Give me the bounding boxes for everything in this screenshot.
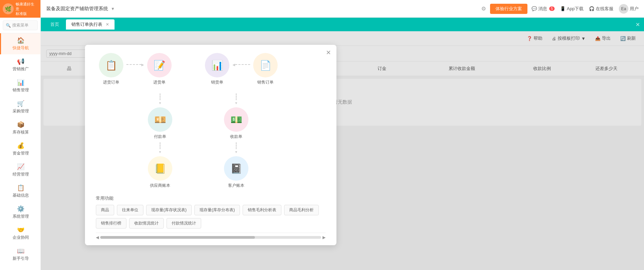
header-actions: 💬 消息 5 📱 App下载 🎧 在线客服 Ea 用户 bbox=[532, 4, 639, 14]
operations-icon: 📈 bbox=[17, 163, 24, 170]
popup-close-button[interactable]: ✕ bbox=[326, 49, 331, 56]
purchase-icon: 🛒 bbox=[17, 100, 24, 107]
arrow-down-3 bbox=[158, 149, 162, 154]
system-icon: ⚙️ bbox=[17, 205, 24, 213]
sidebar-item-collab[interactable]: 🤝 企业协同 bbox=[0, 223, 40, 244]
func-receipt-stats[interactable]: 收款情况统计 bbox=[129, 218, 164, 229]
tab-home[interactable]: 首页 bbox=[45, 19, 65, 30]
flow-node-customer-ledger[interactable]: 📓 客户账本 bbox=[221, 142, 251, 188]
flow-diagram: 📋 进货订单 📝 进货单 bbox=[96, 53, 326, 85]
func-product[interactable]: 商品 bbox=[96, 205, 114, 215]
scroll-right-arrow[interactable]: ▶ bbox=[323, 235, 326, 240]
avatar: Ea bbox=[619, 4, 628, 14]
search-icon: 🔍 bbox=[6, 23, 11, 28]
system-info: 装备及固定资产辅助管理系统 ▼ bbox=[46, 6, 477, 12]
flow-node-supplier-ledger[interactable]: 📒 供应商账本 bbox=[145, 142, 175, 188]
arrow-left-icon bbox=[232, 62, 235, 67]
arrow-down-4 bbox=[234, 149, 238, 154]
flow-node-payment-out[interactable]: 💴 付款单 bbox=[145, 93, 175, 140]
sidebar-item-home[interactable]: 🏠 快捷导航 bbox=[0, 33, 40, 54]
finance-icon: 💰 bbox=[17, 142, 24, 149]
common-funcs-section: 常用功能 商品 往来单位 现存量(库存状况表) 现存量(库存分布表) 销售毛利分… bbox=[96, 195, 326, 229]
arrow-down-2 bbox=[234, 100, 238, 105]
scrollbar-track[interactable] bbox=[100, 236, 321, 239]
payment-out-icon[interactable]: 💴 bbox=[148, 107, 172, 132]
settings-icon[interactable]: ⚙ bbox=[481, 5, 486, 12]
func-stock-status[interactable]: 现存量(库存状况表) bbox=[146, 205, 192, 215]
func-payment-stats[interactable]: 付款情况统计 bbox=[167, 218, 201, 229]
purchase-order-icon[interactable]: 📋 bbox=[99, 53, 123, 77]
logo-icon: 🌿 bbox=[3, 3, 14, 14]
v-connector-2 bbox=[236, 93, 237, 100]
supplier-ledger-icon[interactable]: 📒 bbox=[148, 156, 172, 181]
popup-scrollbar: ◀ ▶ bbox=[96, 233, 326, 240]
content-area: ❓ 帮助 🖨 按模板打印 ▼ 📤 导出 🔄 刷新 📅 bbox=[41, 31, 644, 270]
sidebar-item-sales[interactable]: 📊 销售管理 bbox=[0, 75, 40, 96]
func-sales-margin[interactable]: 销售毛利分析表 bbox=[243, 205, 281, 215]
payment-in-icon[interactable]: 💵 bbox=[224, 107, 248, 132]
popup-panel: ✕ 📋 进货订单 📝 bbox=[85, 45, 336, 245]
func-buttons-row2: 销售排行榜 收款情况统计 付款情况统计 bbox=[96, 218, 326, 229]
v-connector-3 bbox=[160, 142, 160, 149]
search-menu-button[interactable]: 🔍 搜索菜单 bbox=[3, 20, 38, 30]
sidebar-item-marketing[interactable]: 📢 营销推广 bbox=[0, 54, 40, 75]
header: 装备及固定资产辅助管理系统 ▼ ⚙ 体验行业方案 💬 消息 5 📱 App下载 … bbox=[41, 0, 644, 18]
scrollbar-thumb bbox=[100, 236, 255, 239]
service-icon: 🎧 bbox=[589, 6, 594, 11]
guide-icon: 📖 bbox=[17, 247, 24, 255]
app-download-action[interactable]: 📱 App下载 bbox=[560, 6, 584, 12]
inventory-icon: 📦 bbox=[17, 121, 24, 128]
flow-node-purchase-order[interactable]: 📋 进货订单 bbox=[96, 53, 126, 85]
flow-node-sale-order[interactable]: 📄 销售订单 bbox=[250, 53, 281, 85]
arrow-so-to-sb bbox=[232, 62, 250, 67]
func-stock-dist[interactable]: 现存量(库存分布表) bbox=[194, 205, 240, 215]
sidebar-item-purchase[interactable]: 🛒 采购管理 bbox=[0, 96, 40, 118]
main-area: 装备及固定资产辅助管理系统 ▼ ⚙ 体验行业方案 💬 消息 5 📱 App下载 … bbox=[41, 0, 644, 270]
sidebar: 🌿 畅康通好生意 标准版 🔍 搜索菜单 🏠 快捷导航 📢 营销推广 📊 销售管理… bbox=[0, 0, 41, 270]
func-partner[interactable]: 往来单位 bbox=[117, 205, 143, 215]
message-action[interactable]: 💬 消息 5 bbox=[532, 6, 555, 12]
flow-node-purchase-bill[interactable]: 📝 进货单 bbox=[144, 53, 175, 85]
func-sales-rank[interactable]: 销售排行榜 bbox=[96, 218, 126, 229]
system-dropdown-icon[interactable]: ▼ bbox=[111, 6, 115, 11]
flow-diagram-row2: 💴 付款单 💵 收款单 bbox=[96, 93, 326, 140]
exp-btn[interactable]: 体验行业方案 bbox=[490, 4, 527, 14]
common-funcs-title: 常用功能 bbox=[96, 195, 326, 201]
tab-close-icon[interactable]: ✕ bbox=[106, 22, 109, 27]
basic-icon: 📋 bbox=[17, 184, 24, 192]
home-icon: 🏠 bbox=[17, 37, 24, 44]
func-buttons-row1: 商品 往来单位 现存量(库存状况表) 现存量(库存分布表) 销售毛利分析表 商品… bbox=[96, 205, 326, 215]
v-connector-4 bbox=[236, 142, 237, 149]
flow-node-payment-in[interactable]: 💵 收款单 bbox=[221, 93, 251, 140]
flow-node-sale-bill[interactable]: 📊 销货单 bbox=[202, 53, 232, 85]
marketing-icon: 📢 bbox=[17, 58, 24, 65]
sidebar-logo: 🌿 畅康通好生意 标准版 bbox=[0, 0, 40, 18]
sidebar-item-operations[interactable]: 📈 经营管理 bbox=[0, 160, 40, 181]
message-badge: 5 bbox=[549, 6, 555, 11]
customer-ledger-icon[interactable]: 📓 bbox=[224, 156, 248, 181]
arrow-right-icon bbox=[141, 62, 144, 67]
online-service-action[interactable]: 🎧 在线客服 bbox=[589, 6, 613, 12]
tab-bar: 首页 销售订单执行表 ✕ ✕ bbox=[41, 18, 644, 31]
arrow-po-to-pb bbox=[126, 62, 144, 67]
purchase-bill-icon[interactable]: 📝 bbox=[147, 53, 172, 77]
sidebar-item-system[interactable]: ⚙️ 系统管理 bbox=[0, 202, 40, 223]
collab-icon: 🤝 bbox=[17, 226, 24, 234]
arrow-down-1 bbox=[158, 100, 162, 105]
sidebar-search[interactable]: 🔍 搜索菜单 bbox=[0, 18, 40, 33]
sidebar-item-guide[interactable]: 📖 新手引导 bbox=[0, 244, 40, 265]
sidebar-item-basic[interactable]: 📋 基础信息 bbox=[0, 181, 40, 202]
sale-order-icon[interactable]: 📄 bbox=[253, 53, 278, 77]
scroll-left-arrow[interactable]: ◀ bbox=[96, 235, 99, 240]
system-name: 装备及固定资产辅助管理系统 bbox=[46, 6, 108, 12]
user-action[interactable]: Ea 用户 bbox=[619, 4, 639, 14]
tab-sales-order[interactable]: 销售订单执行表 ✕ bbox=[66, 19, 115, 30]
func-product-margin[interactable]: 商品毛利分析 bbox=[284, 205, 319, 215]
download-icon: 📱 bbox=[560, 6, 565, 11]
tab-bar-close-icon[interactable]: ✕ bbox=[636, 21, 640, 28]
sale-bill-icon[interactable]: 📊 bbox=[205, 53, 229, 77]
sales-icon: 📊 bbox=[17, 79, 24, 86]
sidebar-item-finance[interactable]: 💰 资金管理 bbox=[0, 139, 40, 160]
sidebar-item-inventory[interactable]: 📦 库存核算 bbox=[0, 118, 40, 139]
logo-text: 畅康通好生意 标准版 bbox=[16, 2, 38, 16]
